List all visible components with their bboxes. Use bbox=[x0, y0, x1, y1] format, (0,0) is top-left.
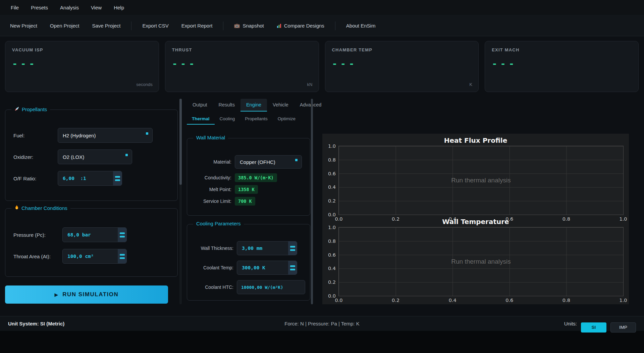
material-select-value: Copper (OFHC) bbox=[240, 159, 275, 165]
x-tick: 0.0 bbox=[335, 298, 342, 303]
subtab-thermal[interactable]: Thermal bbox=[187, 114, 215, 125]
toolbar-compare-designs[interactable]: Compare Designs bbox=[271, 19, 330, 32]
oxidizer-select-value: O2 (LOX) bbox=[63, 154, 84, 160]
coolant-temp-spinbox[interactable]: 300,00 K bbox=[237, 261, 297, 275]
toolbar-separator bbox=[131, 21, 131, 30]
tab-engine[interactable]: Engine bbox=[240, 99, 267, 112]
stat-card-value: --- bbox=[332, 58, 472, 69]
bar-chart-icon bbox=[277, 24, 281, 28]
tab-results[interactable]: Results bbox=[213, 99, 240, 112]
scrollbar-thumb[interactable] bbox=[311, 99, 313, 304]
y-tick: 0.2 bbox=[328, 279, 336, 285]
material-select[interactable]: Copper (OFHC) bbox=[235, 155, 302, 169]
bottom-strip bbox=[0, 331, 644, 353]
throat-area-label: Throat Area (At): bbox=[13, 254, 62, 259]
menu-analysis[interactable]: Analysis bbox=[55, 3, 84, 12]
propellants-group: Propellants Fuel: H2 (Hydrogen) Oxidizer… bbox=[5, 109, 178, 201]
main-tabs: Output Results Engine Vehicle Advanced bbox=[187, 99, 310, 112]
subtab-optimize[interactable]: Optimize bbox=[273, 114, 301, 125]
subtab-cooling[interactable]: Cooling bbox=[215, 114, 240, 125]
chamber-conditions-title-text: Chamber Conditions bbox=[21, 205, 67, 211]
pressure-row: Pressure (Pc): 68,0 bar bbox=[13, 227, 169, 242]
wall-thickness-spinbox[interactable]: 3,00 mm bbox=[237, 241, 297, 255]
toolbar-export-csv[interactable]: Export CSV bbox=[137, 19, 174, 32]
units-info-status: Force: N | Pressure: Pa | Temp: K bbox=[0, 321, 644, 326]
tab-vehicle[interactable]: Vehicle bbox=[267, 99, 294, 112]
scrollbar-thumb[interactable] bbox=[179, 99, 182, 185]
rocket-icon bbox=[14, 106, 19, 112]
oxidizer-select[interactable]: O2 (LOX) bbox=[58, 149, 132, 164]
run-simulation-button[interactable]: ▶ RUN SIMULATION bbox=[5, 285, 168, 304]
thermal-charts-panel: Heat Flux Profile 1.0 0.8 0.6 0.4 0.2 0.… bbox=[322, 134, 629, 304]
wall-temperature-chart: Wall Temperature 1.0 0.8 0.6 0.4 0.2 0.0… bbox=[322, 218, 629, 302]
coolant-temp-value: 300,00 K bbox=[237, 265, 270, 270]
stat-card-thrust: THRUST --- kN bbox=[165, 41, 319, 92]
of-ratio-spinbox[interactable]: 6,00 :1 bbox=[58, 171, 122, 186]
engine-panel: Output Results Engine Vehicle Advanced T… bbox=[187, 99, 310, 301]
subtab-propellants[interactable]: Propellants bbox=[240, 114, 273, 125]
toolbar-snapshot[interactable]: Snapshot bbox=[229, 19, 269, 32]
chamber-conditions-group-title: Chamber Conditions bbox=[11, 205, 70, 211]
melt-point-label: Melt Point: bbox=[191, 187, 231, 192]
toolbar-separator bbox=[223, 21, 223, 30]
menu-help[interactable]: Help bbox=[109, 3, 129, 12]
fuel-select[interactable]: H2 (Hydrogen) bbox=[58, 128, 153, 143]
toolbar-separator bbox=[335, 21, 335, 30]
menu-view[interactable]: View bbox=[86, 3, 106, 12]
service-limit-row: Service Limit: 700 K bbox=[191, 197, 305, 206]
throat-area-spinbox[interactable]: 100,0 cm² bbox=[62, 249, 127, 264]
y-tick: 0.2 bbox=[328, 198, 336, 204]
left-panel-scrollbar[interactable] bbox=[179, 99, 182, 304]
toolbar-compare-designs-label: Compare Designs bbox=[284, 23, 324, 29]
toolbar-save-project[interactable]: Save Project bbox=[87, 19, 126, 32]
stat-card-exit-mach: EXIT MACH --- bbox=[485, 41, 639, 92]
x-tick: 1.0 bbox=[619, 298, 627, 303]
spin-down-icon bbox=[290, 269, 295, 270]
stat-card-label: THRUST bbox=[172, 47, 312, 52]
dropdown-indicator-icon bbox=[295, 159, 298, 161]
units-toggle-area: Units: SI IMP bbox=[564, 315, 636, 333]
toolbar-snapshot-label: Snapshot bbox=[243, 23, 264, 29]
pressure-spinbox[interactable]: 68,0 bar bbox=[62, 227, 127, 242]
wall-temperature-chart-title: Wall Temperature bbox=[322, 218, 629, 226]
coolant-htc-field[interactable]: 10000,00 W/(m²K) bbox=[237, 280, 305, 294]
toolbar-export-report[interactable]: Export Report bbox=[176, 19, 218, 32]
chart-placeholder-text: Run thermal analysis bbox=[339, 227, 623, 296]
cooling-parameters-group: Cooling Parameters Wall Thickness: 3,00 … bbox=[187, 224, 310, 301]
toolbar-about-ensim[interactable]: About EnSim bbox=[341, 19, 381, 32]
menu-file[interactable]: File bbox=[6, 3, 23, 12]
units-label: Units: bbox=[564, 321, 577, 326]
unit-system-status: Unit System: SI (Metric) bbox=[8, 321, 64, 326]
coolant-htc-value: 10000,00 W/(m²K) bbox=[241, 285, 283, 290]
toolbar-open-project[interactable]: Open Project bbox=[45, 19, 85, 32]
spin-down-icon bbox=[115, 179, 120, 181]
menu-presets[interactable]: Presets bbox=[26, 3, 53, 12]
y-tick: 0.8 bbox=[328, 157, 336, 163]
spinner-buttons[interactable] bbox=[288, 241, 297, 255]
stat-card-unit: kN bbox=[307, 82, 313, 87]
si-units-button[interactable]: SI bbox=[581, 322, 606, 333]
imperial-units-button[interactable]: IMP bbox=[610, 322, 636, 333]
input-panel: Propellants Fuel: H2 (Hydrogen) Oxidizer… bbox=[5, 97, 178, 304]
dropdown-indicator-icon bbox=[125, 154, 128, 156]
y-tick: 0.6 bbox=[328, 171, 336, 176]
spin-up-icon bbox=[290, 265, 295, 267]
propellants-group-title: Propellants bbox=[11, 106, 50, 112]
chart-placeholder-text: Run thermal analysis bbox=[339, 146, 623, 215]
spinner-buttons[interactable] bbox=[113, 171, 122, 185]
play-icon: ▶ bbox=[55, 292, 59, 297]
toolbar-new-project[interactable]: New Project bbox=[5, 19, 43, 32]
spinner-buttons[interactable] bbox=[118, 249, 126, 263]
of-ratio-label: O/F Ratio: bbox=[13, 176, 58, 181]
menu-bar: File Presets Analysis View Help bbox=[0, 0, 644, 15]
stat-cards-row: VACUUM ISP --- seconds THRUST --- kN CHA… bbox=[5, 41, 639, 92]
x-tick: 0.8 bbox=[562, 298, 570, 303]
material-label: Material: bbox=[191, 159, 231, 165]
tab-output[interactable]: Output bbox=[187, 99, 213, 112]
stat-card-value: --- bbox=[172, 58, 312, 69]
oxidizer-row: Oxidizer: O2 (LOX) bbox=[13, 149, 169, 164]
spinner-buttons[interactable] bbox=[118, 228, 126, 242]
engine-panel-scrollbar[interactable] bbox=[311, 99, 313, 304]
fuel-row: Fuel: H2 (Hydrogen) bbox=[13, 128, 169, 143]
spinner-buttons[interactable] bbox=[288, 261, 297, 274]
